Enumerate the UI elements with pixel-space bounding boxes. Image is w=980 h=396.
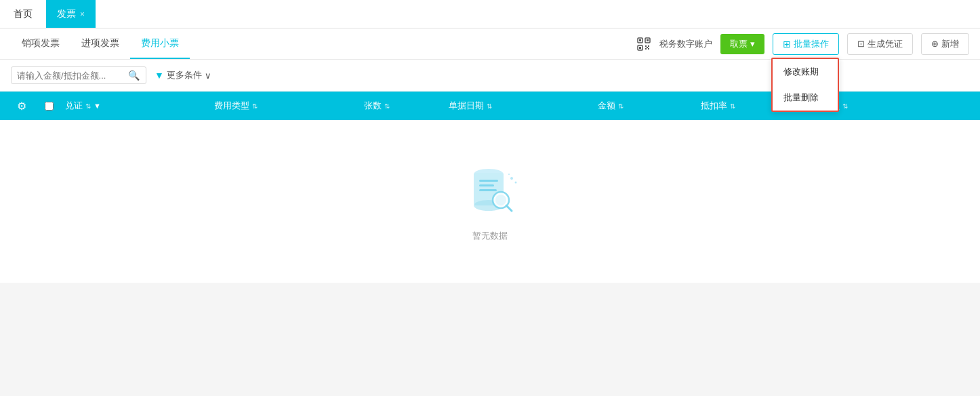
modify-period-item[interactable]: 修改账期: [773, 59, 838, 85]
gen-voucher-icon: ⊡: [857, 39, 865, 49]
empty-state: 暂无数据: [0, 120, 980, 283]
sort-icon-3: ⇅: [384, 102, 390, 110]
main-content: ⚙ 兑证 ⇅ ▼ 费用类型 ⇅ 张数 ⇅ 单据日期 ⇅ 金额 ⇅ 抵扣率 ⇅: [0, 92, 980, 283]
more-conditions-button[interactable]: ▼ 更多条件 ∨: [155, 69, 211, 81]
search-icon[interactable]: 🔍: [128, 70, 140, 81]
sub-nav-actions: 税务数字账户 取票 ▾ ⊞ 批量操作 修改账期 批量删除 ⊡ 生成凭证 ⊕ 新增: [636, 33, 969, 55]
search-input-wrap[interactable]: 🔍: [11, 66, 146, 84]
header-checkbox[interactable]: [38, 102, 60, 111]
svg-rect-6: [645, 45, 647, 47]
tax-account-button[interactable]: 税务数字账户: [659, 38, 712, 50]
col-amount[interactable]: 金额 ⇅: [592, 100, 695, 112]
col-voucher[interactable]: 兑证 ⇅ ▼: [60, 100, 209, 112]
svg-rect-14: [479, 180, 498, 182]
sort-icon-7: ⇅: [842, 102, 848, 110]
sort-icon-4: ⇅: [487, 102, 492, 110]
svg-line-19: [506, 205, 512, 211]
sort-icon-6: ⇅: [730, 102, 735, 110]
col-expense-type[interactable]: 费用类型 ⇅: [209, 100, 358, 112]
svg-rect-10: [647, 47, 648, 48]
batch-ops-wrapper: ⊞ 批量操作 修改账期 批量删除: [773, 33, 839, 55]
filter-icon: ▼: [155, 70, 164, 81]
svg-rect-5: [639, 47, 641, 49]
invoice-tab-label: 发票: [57, 8, 76, 20]
select-all-checkbox[interactable]: [45, 102, 54, 111]
svg-rect-9: [648, 48, 649, 50]
take-ticket-button[interactable]: 取票 ▾: [720, 34, 764, 54]
home-tab[interactable]: 首页: [0, 0, 46, 28]
top-nav: 首页 发票 ×: [0, 0, 980, 28]
settings-column-icon[interactable]: ⚙: [5, 100, 38, 113]
batch-ops-button[interactable]: ⊞ 批量操作: [773, 33, 839, 55]
sort-icon-2: ⇅: [252, 102, 258, 110]
tab-expense-ticket[interactable]: 费用小票: [130, 28, 190, 59]
conditions-arrow-icon: ∨: [205, 71, 211, 81]
invoice-tab[interactable]: 发票 ×: [46, 0, 96, 28]
svg-rect-15: [479, 184, 494, 186]
qr-code-icon[interactable]: [636, 37, 651, 52]
batch-ops-dropdown: 修改账期 批量删除: [771, 58, 839, 112]
svg-point-20: [510, 177, 513, 180]
svg-rect-3: [647, 39, 649, 41]
search-input[interactable]: [17, 71, 125, 81]
empty-illustration: [456, 161, 524, 222]
take-ticket-arrow-icon: ▾: [750, 39, 755, 49]
sort-icon-5: ⇅: [618, 102, 624, 110]
svg-rect-16: [479, 189, 497, 191]
close-icon[interactable]: ×: [80, 9, 85, 19]
empty-state-label: 暂无数据: [472, 230, 508, 242]
sort-icon: ⇅: [85, 102, 91, 110]
svg-point-21: [515, 182, 517, 184]
new-button[interactable]: ⊕ 新增: [921, 33, 969, 55]
svg-rect-1: [639, 39, 641, 41]
tab-purchase-invoice[interactable]: 进项发票: [70, 28, 130, 59]
batch-ops-icon: ⊞: [783, 39, 791, 50]
new-icon: ⊕: [931, 39, 939, 49]
filter-voucher-icon: ▼: [94, 102, 101, 110]
gen-voucher-button[interactable]: ⊡ 生成凭证: [847, 33, 913, 55]
col-count[interactable]: 张数 ⇅: [359, 100, 443, 112]
batch-delete-item[interactable]: 批量删除: [773, 85, 838, 111]
sub-nav: 销项发票 进项发票 费用小票 税务数字账户 取票 ▾: [0, 28, 980, 60]
svg-point-18: [495, 195, 506, 205]
tab-sales-invoice[interactable]: 销项发票: [11, 28, 70, 59]
svg-point-22: [508, 174, 510, 175]
svg-rect-8: [645, 48, 647, 50]
col-date[interactable]: 单据日期 ⇅: [443, 100, 592, 112]
svg-rect-7: [648, 45, 649, 47]
